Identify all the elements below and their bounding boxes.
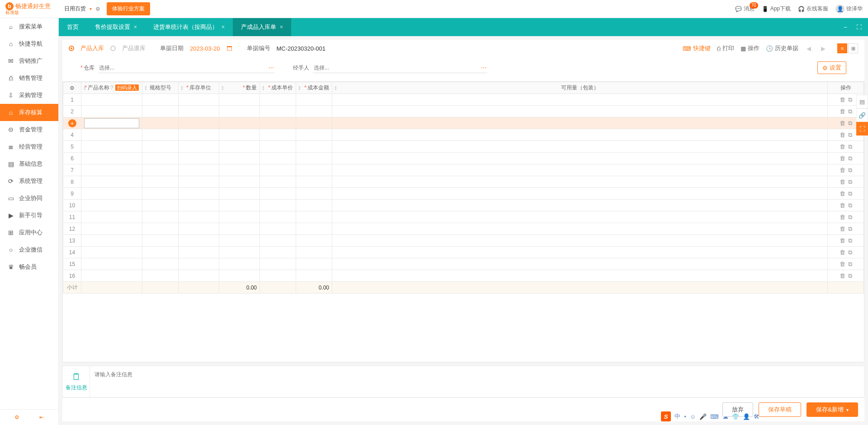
delete-row-icon[interactable]: 🗑 (840, 96, 845, 103)
sidebar-settings-icon[interactable]: ⚙ (14, 414, 19, 420)
delete-row-icon[interactable]: 🗑 (840, 261, 845, 267)
sidebar-item-11[interactable]: ▶新手引导 (0, 207, 58, 224)
table-row[interactable]: +🗑⧉ (63, 117, 864, 129)
th-product-name[interactable]: ▲▼*产品名称?扫码录入 (81, 82, 142, 94)
radio-product-out[interactable] (110, 46, 116, 51)
tab-0[interactable]: 首页 (59, 18, 87, 36)
copy-row-icon[interactable]: ⧉ (848, 178, 852, 185)
copy-row-icon[interactable]: ⧉ (848, 237, 852, 244)
save-new-button[interactable]: 保存&新增▾ (807, 402, 858, 417)
copy-row-icon[interactable]: ⧉ (848, 214, 852, 220)
table-row[interactable]: 4🗑⧉ (63, 129, 864, 141)
delete-row-icon[interactable]: 🗑 (840, 167, 845, 173)
copy-row-icon[interactable]: ⧉ (848, 249, 852, 256)
tab-3[interactable]: 产成品入库单× (233, 18, 291, 36)
sidebar-item-4[interactable]: ⇩采购管理 (0, 87, 58, 104)
delete-row-icon[interactable]: 🗑 (840, 190, 845, 197)
product-name-input[interactable] (84, 118, 139, 128)
sidebar-item-8[interactable]: ▤基础信息 (0, 155, 58, 173)
delete-row-icon[interactable]: 🗑 (840, 237, 845, 244)
copy-row-icon[interactable]: ⧉ (848, 167, 852, 173)
operate-link[interactable]: ▦操作 (741, 44, 760, 52)
expand-button[interactable]: ⛶ (854, 22, 864, 33)
prev-doc-button[interactable]: ◀ (805, 45, 813, 52)
close-icon[interactable]: × (134, 24, 137, 30)
table-row[interactable]: 13🗑⧉ (63, 235, 864, 247)
sidebar-item-3[interactable]: ⎙销售管理 (0, 70, 58, 87)
delete-row-icon[interactable]: 🗑 (840, 272, 845, 279)
table-row[interactable]: 11🗑⧉ (63, 211, 864, 223)
table-row[interactable]: 12🗑⧉ (63, 223, 864, 235)
promo-button[interactable]: 体验行业方案 (107, 2, 150, 15)
copy-row-icon[interactable]: ⧉ (848, 108, 852, 115)
sidebar-item-7[interactable]: ≣经营管理 (0, 138, 58, 155)
save-draft-button[interactable]: 保存草稿 (759, 402, 801, 417)
minimize-button[interactable]: – (840, 22, 851, 33)
ime-icon-8[interactable]: 🛠 (754, 413, 760, 420)
copy-row-icon[interactable]: ⧉ (848, 272, 852, 279)
settings-button[interactable]: ⚙设置 (817, 61, 846, 74)
user-menu[interactable]: 👤 徐泽华 (835, 5, 863, 14)
tab-2[interactable]: 进货单统计表（按商品）× (145, 18, 233, 36)
delete-row-icon[interactable]: 🗑 (840, 143, 845, 150)
float-btn-1[interactable]: ▤ (856, 95, 868, 108)
th-spec[interactable]: ▲▼规格型号 (142, 82, 179, 94)
sidebar-item-10[interactable]: ▭企业协同 (0, 190, 58, 207)
copy-row-icon[interactable]: ⧉ (848, 143, 852, 150)
ime-icon-4[interactable]: ⌨ (710, 413, 719, 420)
sidebar-item-5[interactable]: ⌂库存核算 (0, 104, 58, 121)
view-card-button[interactable]: ⊞ (848, 43, 858, 53)
th-qty[interactable]: ▲▼*数量 (219, 82, 260, 94)
scan-chip[interactable]: 扫码录入 (115, 84, 139, 91)
sidebar-collapse-icon[interactable]: ⇤ (39, 414, 44, 420)
warehouse-picker-icon[interactable]: ⋯ (269, 65, 274, 71)
sidebar-item-0[interactable]: ⌕搜索菜单 (0, 18, 58, 35)
close-icon[interactable]: × (280, 24, 283, 30)
add-row-button[interactable]: + (68, 119, 76, 127)
print-link[interactable]: ⎙打印 (717, 44, 734, 52)
delete-row-icon[interactable]: 🗑 (840, 178, 845, 185)
scope-selector[interactable]: 日用百货 ▾ (64, 5, 92, 13)
sidebar-item-6[interactable]: ⊝资金管理 (0, 121, 58, 138)
delete-row-icon[interactable]: 🗑 (840, 120, 845, 126)
ime-icon-1[interactable]: • (684, 413, 686, 420)
delete-row-icon[interactable]: 🗑 (840, 108, 845, 115)
ime-logo-icon[interactable]: S (661, 411, 671, 421)
copy-row-icon[interactable]: ⧉ (848, 131, 852, 138)
table-row[interactable]: 15🗑⧉ (63, 258, 864, 270)
sidebar-item-12[interactable]: ⊞应用中心 (0, 224, 58, 241)
th-unit[interactable]: ▲▼*库存单位 (179, 82, 219, 94)
copy-row-icon[interactable]: ⧉ (848, 261, 852, 267)
copy-row-icon[interactable]: ⧉ (848, 190, 852, 197)
ime-icon-3[interactable]: 🎤 (699, 413, 707, 420)
table-row[interactable]: 6🗑⧉ (63, 153, 864, 164)
ime-icon-6[interactable]: 👕 (732, 413, 739, 420)
help-icon[interactable]: ? (110, 84, 113, 91)
delete-row-icon[interactable]: 🗑 (840, 214, 845, 220)
delete-row-icon[interactable]: 🗑 (840, 202, 845, 209)
table-row[interactable]: 2🗑⧉ (63, 106, 864, 117)
calendar-icon[interactable]: 🗖 (226, 45, 232, 52)
table-row[interactable]: 8🗑⧉ (63, 176, 864, 188)
messages-link[interactable]: 💬 消息 70 (735, 5, 755, 13)
next-doc-button[interactable]: ▶ (819, 45, 827, 52)
table-row[interactable]: 16🗑⧉ (63, 270, 864, 282)
handler-input[interactable] (314, 65, 481, 71)
shortcut-link[interactable]: ⌨快捷键 (683, 44, 711, 52)
copy-row-icon[interactable]: ⧉ (848, 225, 852, 232)
table-row[interactable]: 10🗑⧉ (63, 200, 864, 211)
ime-icon-7[interactable]: 👤 (743, 413, 750, 420)
table-row[interactable]: 1🗑⧉ (63, 94, 864, 106)
sidebar-item-9[interactable]: ⟳系统管理 (0, 173, 58, 190)
float-btn-3[interactable]: ⛶ (856, 122, 868, 135)
warehouse-input[interactable] (99, 65, 269, 71)
doc-date-value[interactable]: 2023-03-20 (190, 45, 220, 52)
remarks-input[interactable] (90, 366, 864, 397)
close-icon[interactable]: × (222, 24, 225, 30)
float-btn-2[interactable]: 🔗 (856, 108, 868, 122)
ime-icon-5[interactable]: ☁ (722, 413, 728, 420)
table-row[interactable]: 14🗑⧉ (63, 247, 864, 258)
table-row[interactable]: 5🗑⧉ (63, 141, 864, 153)
sidebar-item-13[interactable]: ○企业微信 (0, 241, 58, 258)
ime-icon-2[interactable]: ☺ (690, 413, 696, 420)
